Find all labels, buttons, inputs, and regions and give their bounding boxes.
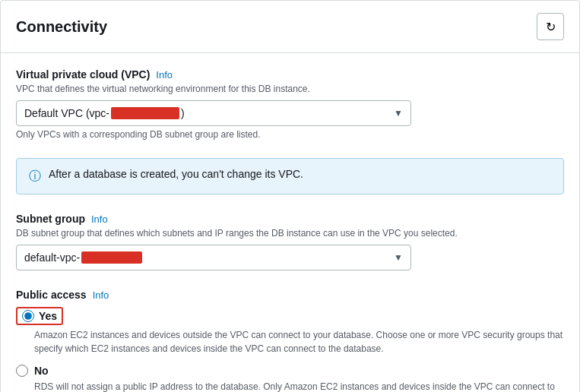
- subnet-info-link[interactable]: Info: [91, 213, 108, 225]
- vpc-info-link[interactable]: Info: [156, 69, 173, 81]
- subnet-label-row: Subnet group Info: [16, 213, 564, 225]
- public-access-no-desc: RDS will not assign a public IP address …: [34, 380, 564, 392]
- public-access-no-option: No RDS will not assign a public IP addre…: [16, 365, 564, 392]
- public-access-yes-label: Yes: [39, 310, 57, 322]
- vpc-label: Virtual private cloud (VPC): [16, 68, 150, 81]
- subnet-prefix: default-vpc-: [24, 251, 80, 264]
- subnet-select[interactable]: default-vpc- ▼: [16, 245, 411, 270]
- public-access-yes-desc: Amazon EC2 instances and devices outside…: [34, 328, 564, 356]
- vpc-suffix: ): [181, 107, 185, 119]
- vpc-redacted-value: [111, 107, 179, 119]
- refresh-icon: ↻: [546, 20, 556, 34]
- vpc-helper-text: Only VPCs with a corresponding DB subnet…: [16, 129, 564, 140]
- public-access-section: Public access Info Yes Amazon EC2 instan…: [16, 289, 564, 392]
- public-access-yes-option: Yes Amazon EC2 instances and devices out…: [16, 307, 564, 356]
- vpc-dropdown-arrow: ▼: [394, 108, 403, 119]
- vpc-label-row: Virtual private cloud (VPC) Info: [16, 68, 564, 81]
- subnet-dropdown-arrow: ▼: [394, 252, 403, 263]
- public-access-no-radio[interactable]: [16, 365, 28, 377]
- vpc-section: Virtual private cloud (VPC) Info VPC tha…: [16, 68, 564, 140]
- connectivity-card: Connectivity ↻ Virtual private cloud (VP…: [0, 0, 580, 392]
- yes-highlight-border: Yes: [16, 307, 63, 325]
- subnet-redacted-value: [81, 251, 142, 264]
- public-access-label: Public access: [16, 289, 87, 301]
- vpc-prefix: Default VPC (vpc-: [24, 107, 109, 119]
- public-access-info-link[interactable]: Info: [93, 289, 109, 301]
- subnet-description: DB subnet group that defines which subne…: [16, 228, 564, 239]
- info-circle-icon: ⓘ: [29, 169, 41, 185]
- public-access-radio-group: Yes Amazon EC2 instances and devices out…: [16, 307, 564, 392]
- refresh-button[interactable]: ↻: [537, 13, 564, 40]
- subnet-section: Subnet group Info DB subnet group that d…: [16, 213, 564, 270]
- subnet-label: Subnet group: [16, 213, 85, 225]
- public-access-yes-radio[interactable]: [22, 310, 34, 322]
- vpc-select[interactable]: Default VPC (vpc- ) ▼: [16, 100, 411, 126]
- vpc-description: VPC that defines the virtual networking …: [16, 84, 564, 94]
- card-body: Virtual private cloud (VPC) Info VPC tha…: [1, 53, 579, 392]
- public-access-no-row: No: [16, 365, 564, 377]
- public-access-no-label: No: [34, 365, 49, 377]
- public-access-label-row: Public access Info: [16, 289, 564, 301]
- vpc-change-warning-text: After a database is created, you can't c…: [49, 168, 303, 180]
- card-header: Connectivity ↻: [1, 1, 579, 53]
- public-access-yes-row: Yes: [16, 307, 564, 325]
- vpc-change-warning-banner: ⓘ After a database is created, you can't…: [16, 158, 564, 194]
- page-title: Connectivity: [16, 18, 107, 36]
